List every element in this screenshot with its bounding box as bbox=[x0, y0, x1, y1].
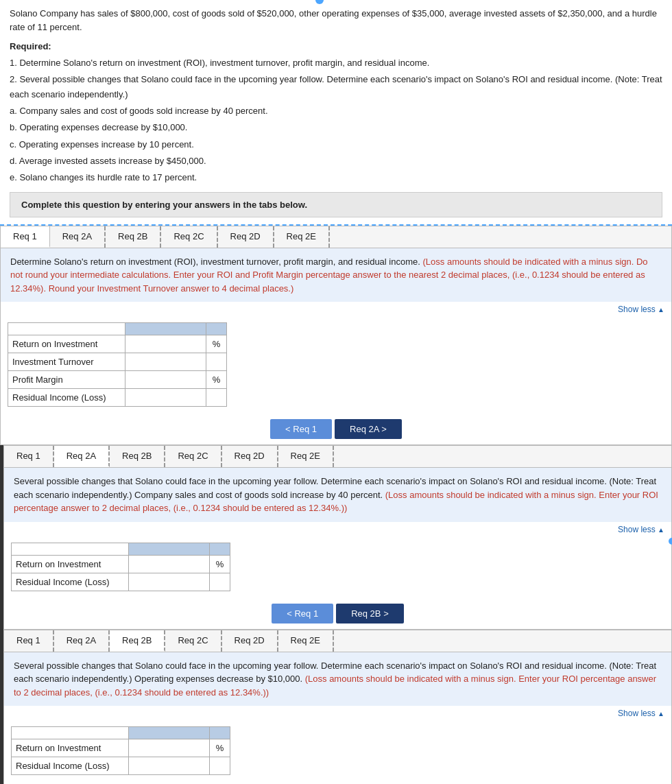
panel2-table-area: Return on Investment % Residual Income (… bbox=[4, 537, 671, 597]
tab-req2d-panel3[interactable]: Req 2D bbox=[222, 630, 278, 652]
tab-req2d-panel1[interactable]: Req 2D bbox=[218, 226, 274, 248]
panel2-right-dot bbox=[669, 538, 672, 545]
row2-label-roi: Return on Investment bbox=[12, 555, 129, 573]
table-row: Investment Turnover bbox=[8, 353, 227, 371]
panel1: Req 1 Req 2A Req 2B Req 2C Req 2D Req 2E… bbox=[0, 226, 672, 446]
panel1-instruction: Determine Solano's return on investment … bbox=[1, 248, 671, 302]
panel1-tab-row: Req 1 Req 2A Req 2B Req 2C Req 2D Req 2E bbox=[1, 226, 671, 248]
panel1-table-area: Return on Investment % Investment Turnov… bbox=[1, 317, 671, 412]
row3-pct-residual bbox=[210, 757, 230, 775]
panel2-wrapper: Req 1 Req 2A Req 2B Req 2C Req 2D Req 2E… bbox=[0, 445, 672, 630]
panel2-prev-btn[interactable]: < Req 1 bbox=[272, 604, 333, 623]
tab-req2e-panel2[interactable]: Req 2E bbox=[278, 446, 334, 467]
row2-input-roi[interactable] bbox=[129, 555, 210, 573]
tab-req2c-panel2[interactable]: Req 2C bbox=[165, 446, 221, 467]
panel3-col-input bbox=[129, 727, 210, 739]
residual3-input[interactable] bbox=[129, 757, 209, 774]
panel1-wrapper: Req 1 Req 2A Req 2B Req 2C Req 2D Req 2E… bbox=[0, 226, 672, 446]
panel3-table-area: Return on Investment % Residual Income (… bbox=[4, 721, 671, 781]
panel3-nav: < Req 2A Req 2C > bbox=[4, 781, 671, 784]
row-pct-margin: % bbox=[206, 371, 227, 389]
panel1-nav: < Req 1 Req 2A > bbox=[1, 412, 671, 444]
panel1-instruction-text: Determine Solano's return on investment … bbox=[10, 257, 420, 267]
tab-req2e-panel3[interactable]: Req 2E bbox=[278, 630, 334, 652]
table-row: Residual Income (Loss) bbox=[12, 573, 230, 591]
tab-req2e-panel1[interactable]: Req 2E bbox=[274, 226, 330, 248]
row-input-roi[interactable] bbox=[125, 335, 206, 353]
panel3-wrapper: Req 1 Req 2A Req 2B Req 2C Req 2D Req 2E… bbox=[0, 630, 672, 784]
panel3-col-pct bbox=[210, 727, 230, 739]
panel2: Req 1 Req 2A Req 2B Req 2C Req 2D Req 2E… bbox=[3, 445, 672, 630]
panel3: Req 1 Req 2A Req 2B Req 2C Req 2D Req 2E… bbox=[3, 630, 672, 784]
row-input-margin[interactable] bbox=[125, 371, 206, 389]
residual2-input[interactable] bbox=[129, 573, 209, 591]
table-row: Return on Investment % bbox=[8, 335, 227, 353]
panel1-prev-btn[interactable]: < Req 1 bbox=[270, 419, 332, 439]
reqc-text: c. Operating expenses increase by 10 per… bbox=[10, 137, 662, 152]
show-less-panel3[interactable]: Show less ▲ bbox=[4, 706, 671, 721]
tab-req1-panel3[interactable]: Req 1 bbox=[4, 630, 54, 652]
tab-req2a-panel2[interactable]: Req 2A bbox=[54, 446, 110, 467]
roi-input[interactable] bbox=[125, 335, 206, 353]
panel2-instruction: Several possible changes that Solano cou… bbox=[4, 468, 671, 522]
panel1-next-btn[interactable]: Req 2A > bbox=[335, 419, 402, 439]
panel1-col-pct bbox=[206, 323, 227, 335]
row-pct-residual bbox=[206, 389, 227, 407]
margin-input[interactable] bbox=[125, 371, 206, 388]
complete-question-text: Complete this question by entering your … bbox=[21, 200, 307, 210]
tab-req1-panel1[interactable]: Req 1 bbox=[1, 226, 50, 248]
tab-req2b-panel3[interactable]: Req 2B bbox=[110, 630, 165, 652]
row-label-residual: Residual Income (Loss) bbox=[8, 389, 125, 407]
turnover-input[interactable] bbox=[125, 353, 206, 370]
row2-input-residual[interactable] bbox=[129, 573, 210, 591]
tab-req2a-panel1[interactable]: Req 2A bbox=[50, 226, 106, 248]
complete-question-box: Complete this question by entering your … bbox=[10, 192, 662, 217]
panel2-next-btn[interactable]: Req 2B > bbox=[336, 604, 404, 623]
tab-req2c-panel1[interactable]: Req 2C bbox=[161, 226, 217, 248]
tab-req2d-panel2[interactable]: Req 2D bbox=[222, 446, 278, 467]
panel3-col-label bbox=[12, 727, 129, 739]
row-label-turnover: Investment Turnover bbox=[8, 353, 125, 371]
panel3-left-bar bbox=[0, 630, 3, 784]
panel1-col-input bbox=[125, 323, 206, 335]
intro-text: Solano Company has sales of $800,000, co… bbox=[10, 7, 662, 34]
tab-req1-panel2[interactable]: Req 1 bbox=[4, 446, 54, 467]
tab-req2c-panel3[interactable]: Req 2C bbox=[165, 630, 221, 652]
table-row: Residual Income (Loss) bbox=[8, 389, 227, 407]
tab-req2b-panel2[interactable]: Req 2B bbox=[110, 446, 165, 467]
roi3-input[interactable] bbox=[129, 739, 209, 757]
tab-req2b-panel1[interactable]: Req 2B bbox=[106, 226, 161, 248]
roi2-input[interactable] bbox=[129, 556, 209, 573]
row3-input-roi[interactable] bbox=[129, 739, 210, 757]
reqb-text: b. Operating expenses decrease by $10,00… bbox=[10, 120, 662, 135]
panel2-col-pct bbox=[210, 543, 230, 555]
row3-label-roi: Return on Investment bbox=[12, 739, 129, 757]
panel1-col-label bbox=[8, 323, 125, 335]
row-input-turnover[interactable] bbox=[125, 353, 206, 371]
row-label-roi: Return on Investment bbox=[8, 335, 125, 353]
reqd-text: d. Average invested assets increase by $… bbox=[10, 154, 662, 169]
row-pct-turnover bbox=[206, 353, 227, 371]
panel1-table: Return on Investment % Investment Turnov… bbox=[8, 322, 227, 407]
tab-req2a-panel3[interactable]: Req 2A bbox=[54, 630, 110, 652]
row3-pct-roi: % bbox=[210, 739, 230, 757]
table-row: Return on Investment % bbox=[12, 739, 230, 757]
panel2-col-label bbox=[12, 543, 129, 555]
table-row: Return on Investment % bbox=[12, 555, 230, 573]
row-input-residual[interactable] bbox=[125, 389, 206, 407]
req1-text: 1. Determine Solano's return on investme… bbox=[10, 56, 662, 71]
row-label-margin: Profit Margin bbox=[8, 371, 125, 389]
req2-text: 2. Several possible changes that Solano … bbox=[10, 72, 662, 102]
row2-pct-residual bbox=[210, 573, 230, 591]
reqe-text: e. Solano changes its hurdle rate to 17 … bbox=[10, 170, 662, 185]
panel3-table: Return on Investment % Residual Income (… bbox=[11, 726, 230, 775]
row3-input-residual[interactable] bbox=[129, 757, 210, 775]
blue-dot-top bbox=[315, 0, 324, 4]
panel2-table: Return on Investment % Residual Income (… bbox=[11, 543, 230, 591]
show-less-panel1[interactable]: Show less ▲ bbox=[1, 302, 671, 317]
table-row: Profit Margin % bbox=[8, 371, 227, 389]
residual-input[interactable] bbox=[125, 389, 206, 406]
row3-label-residual: Residual Income (Loss) bbox=[12, 757, 129, 775]
show-less-panel2[interactable]: Show less ▲ bbox=[4, 522, 671, 537]
requirements-list: Required: 1. Determine Solano's return o… bbox=[10, 39, 662, 185]
